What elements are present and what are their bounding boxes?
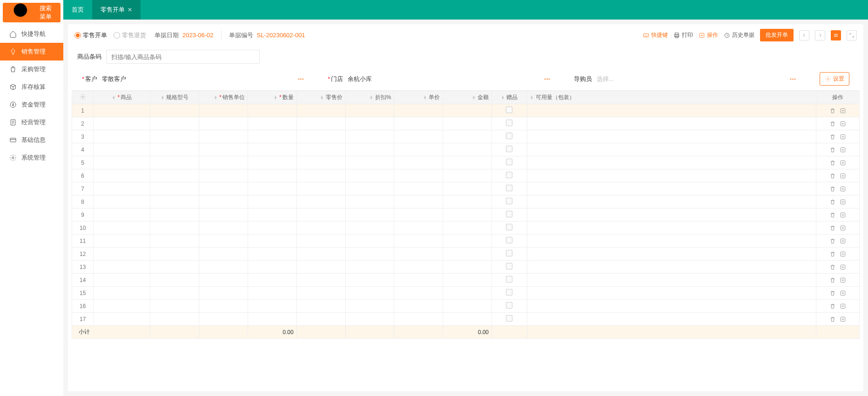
cell-amount[interactable]	[443, 104, 492, 117]
checkbox-icon[interactable]	[506, 289, 512, 295]
cell-unit-price[interactable]	[394, 130, 443, 143]
cell-discount[interactable]	[345, 221, 394, 235]
cell-discount[interactable]	[345, 104, 394, 117]
cell-gift[interactable]	[492, 143, 527, 156]
more-dots-icon[interactable]: ⋯	[790, 75, 796, 82]
cell-discount[interactable]	[345, 169, 394, 182]
filter-customer[interactable]: *客户 零散客户 ⋯	[82, 75, 304, 83]
cell-retail-price[interactable]	[296, 130, 345, 143]
delete-icon[interactable]	[829, 277, 836, 283]
checkbox-icon[interactable]	[506, 133, 512, 139]
cell-qty[interactable]	[248, 182, 296, 195]
add-row-icon[interactable]	[840, 277, 846, 283]
cell-product[interactable]	[94, 208, 150, 221]
checkbox-icon[interactable]	[506, 237, 512, 243]
cell-unit[interactable]	[199, 182, 248, 195]
cell-amount[interactable]	[443, 156, 492, 169]
delete-icon[interactable]	[829, 121, 836, 127]
cell-amount[interactable]	[443, 143, 492, 156]
cell-gift[interactable]	[492, 104, 527, 117]
add-row-icon[interactable]	[840, 225, 846, 231]
cell-qty[interactable]	[248, 117, 296, 130]
cell-discount[interactable]	[345, 313, 394, 326]
table-row[interactable]: 6	[72, 169, 860, 182]
cell-amount[interactable]	[443, 300, 492, 313]
cell-amount[interactable]	[443, 235, 492, 248]
cell-amount[interactable]	[443, 248, 492, 261]
cell-unit-price[interactable]	[394, 248, 443, 261]
list-view-button[interactable]	[831, 30, 841, 40]
cell-retail-price[interactable]	[296, 182, 345, 195]
checkbox-icon[interactable]	[506, 185, 512, 191]
th-gear[interactable]	[72, 91, 94, 104]
checkbox-icon[interactable]	[506, 276, 512, 282]
table-row[interactable]: 1	[72, 104, 860, 117]
cell-product[interactable]	[94, 143, 150, 156]
cell-spec[interactable]	[150, 182, 199, 195]
delete-icon[interactable]	[829, 264, 836, 270]
add-row-icon[interactable]	[840, 290, 846, 296]
cell-product[interactable]	[94, 313, 150, 326]
cell-qty[interactable]	[248, 235, 296, 248]
cell-unit[interactable]	[199, 313, 248, 326]
cell-amount[interactable]	[443, 195, 492, 208]
cell-unit-price[interactable]	[394, 235, 443, 248]
cell-unit-price[interactable]	[394, 143, 443, 156]
cell-product[interactable]	[94, 235, 150, 248]
doc-date-value[interactable]: 2023-06-02	[182, 32, 214, 39]
cell-discount[interactable]	[345, 274, 394, 287]
checkbox-icon[interactable]	[506, 172, 512, 178]
cell-retail-price[interactable]	[296, 221, 345, 235]
cell-spec[interactable]	[150, 104, 199, 117]
cell-amount[interactable]	[443, 182, 492, 195]
cell-spec[interactable]	[150, 274, 199, 287]
cell-unit[interactable]	[199, 300, 248, 313]
cell-unit[interactable]	[199, 248, 248, 261]
close-icon[interactable]: ✕	[128, 7, 132, 13]
add-row-icon[interactable]	[840, 316, 846, 322]
cell-qty[interactable]	[248, 221, 296, 235]
th-unit[interactable]: ▲▼*销售单位	[199, 91, 248, 104]
cell-qty[interactable]	[248, 300, 296, 313]
cell-unit[interactable]	[199, 104, 248, 117]
cell-unit[interactable]	[199, 169, 248, 182]
cell-discount[interactable]	[345, 182, 394, 195]
delete-icon[interactable]	[829, 134, 836, 140]
cell-spec[interactable]	[150, 169, 199, 182]
add-row-icon[interactable]	[840, 186, 846, 192]
cell-unit-price[interactable]	[394, 156, 443, 169]
checkbox-icon[interactable]	[506, 302, 512, 309]
delete-icon[interactable]	[829, 212, 836, 218]
cell-product[interactable]	[94, 156, 150, 169]
radio-return[interactable]: 零售退货	[114, 31, 146, 40]
delete-icon[interactable]	[829, 160, 836, 166]
cell-gift[interactable]	[492, 235, 527, 248]
delete-icon[interactable]	[829, 303, 836, 309]
cell-qty[interactable]	[248, 261, 296, 274]
cell-discount[interactable]	[345, 143, 394, 156]
cell-gift[interactable]	[492, 182, 527, 195]
add-row-icon[interactable]	[840, 107, 846, 114]
cell-discount[interactable]	[345, 248, 394, 261]
cell-spec[interactable]	[150, 117, 199, 130]
th-gift[interactable]: ▲▼赠品	[492, 91, 527, 104]
cell-retail-price[interactable]	[296, 248, 345, 261]
checkbox-icon[interactable]	[506, 211, 512, 217]
checkbox-icon[interactable]	[506, 107, 512, 113]
cell-gift[interactable]	[492, 287, 527, 300]
th-qty[interactable]: ▲▼*数量	[248, 91, 296, 104]
cell-qty[interactable]	[248, 313, 296, 326]
cell-gift[interactable]	[492, 130, 527, 143]
table-row[interactable]: 16	[72, 300, 860, 313]
cell-retail-price[interactable]	[296, 287, 345, 300]
add-row-icon[interactable]	[840, 303, 846, 309]
table-row[interactable]: 13	[72, 261, 860, 274]
table-row[interactable]: 5	[72, 156, 860, 169]
cell-qty[interactable]	[248, 287, 296, 300]
nav-item-5[interactable]: 经营管理	[0, 114, 63, 131]
operate-button[interactable]: 操作	[699, 31, 718, 39]
cell-product[interactable]	[94, 300, 150, 313]
delete-icon[interactable]	[829, 199, 836, 205]
cell-unit-price[interactable]	[394, 117, 443, 130]
cell-spec[interactable]	[150, 195, 199, 208]
